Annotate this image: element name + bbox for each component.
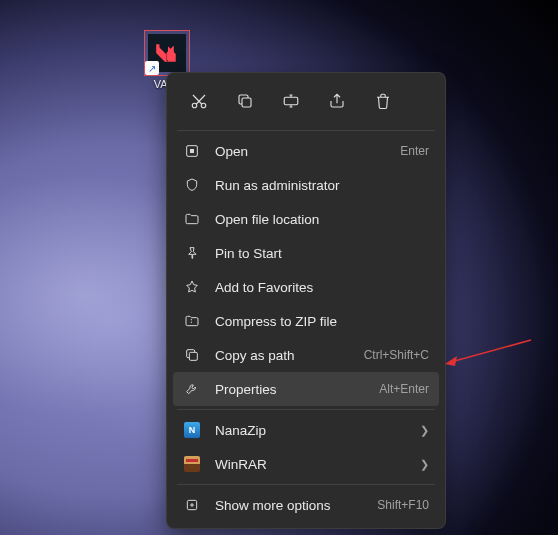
menu-open[interactable]: Open Enter [173,134,439,168]
scissors-icon [190,92,208,110]
menu-accelerator: Enter [400,144,429,158]
nanazip-icon: N [183,421,201,439]
menu-label: Show more options [215,498,363,513]
shortcut-overlay-icon: ↗ [145,61,159,75]
menu-nanazip[interactable]: N NanaZip ❯ [173,413,439,447]
menu-run-as-admin[interactable]: Run as administrator [173,168,439,202]
menu-properties[interactable]: Properties Alt+Enter [173,372,439,406]
rename-button[interactable] [275,85,307,117]
menu-open-file-location[interactable]: Open file location [173,202,439,236]
menu-accelerator: Alt+Enter [379,382,429,396]
rename-icon [282,92,300,110]
menu-show-more-options[interactable]: Show more options Shift+F10 [173,488,439,522]
menu-winrar[interactable]: WinRAR ❯ [173,447,439,481]
svg-rect-3 [284,97,298,105]
menu-label: Pin to Start [215,246,429,261]
chevron-right-icon: ❯ [420,458,429,471]
svg-line-7 [451,340,531,362]
menu-accelerator: Ctrl+Shift+C [364,348,429,362]
open-icon [183,142,201,160]
menu-label: WinRAR [215,457,406,472]
menu-label: Add to Favorites [215,280,429,295]
svg-point-1 [201,103,206,108]
pin-icon [183,244,201,262]
svg-marker-8 [445,356,457,366]
menu-compress-zip[interactable]: Compress to ZIP file [173,304,439,338]
menu-accelerator: Shift+F10 [377,498,429,512]
copy-button[interactable] [229,85,261,117]
menu-label: Open [215,144,386,159]
menu-separator [177,409,435,410]
quick-action-row [173,79,439,127]
chevron-right-icon: ❯ [420,424,429,437]
menu-copy-as-path[interactable]: Copy as path Ctrl+Shift+C [173,338,439,372]
annotation-arrow [443,330,533,370]
share-button[interactable] [321,85,353,117]
menu-add-to-favorites[interactable]: Add to Favorites [173,270,439,304]
winrar-icon [183,455,201,473]
menu-label: Open file location [215,212,429,227]
copy-path-icon [183,346,201,364]
copy-icon [236,92,254,110]
share-icon [328,92,346,110]
menu-label: Compress to ZIP file [215,314,429,329]
context-menu: Open Enter Run as administrator Open fil… [166,72,446,529]
wrench-icon [183,380,201,398]
svg-rect-5 [189,352,197,360]
menu-label: Copy as path [215,348,350,363]
folder-icon [183,210,201,228]
menu-label: Properties [215,382,365,397]
shield-icon [183,176,201,194]
menu-separator [177,484,435,485]
menu-label: NanaZip [215,423,406,438]
delete-button[interactable] [367,85,399,117]
shortcut-icon-selected: ↗ [144,30,190,76]
menu-label: Run as administrator [215,178,429,193]
svg-point-0 [192,103,197,108]
menu-pin-to-start[interactable]: Pin to Start [173,236,439,270]
menu-separator [177,130,435,131]
more-options-icon [183,496,201,514]
trash-icon [374,92,392,110]
cut-button[interactable] [183,85,215,117]
svg-rect-2 [242,98,251,107]
zip-icon [183,312,201,330]
star-icon [183,278,201,296]
